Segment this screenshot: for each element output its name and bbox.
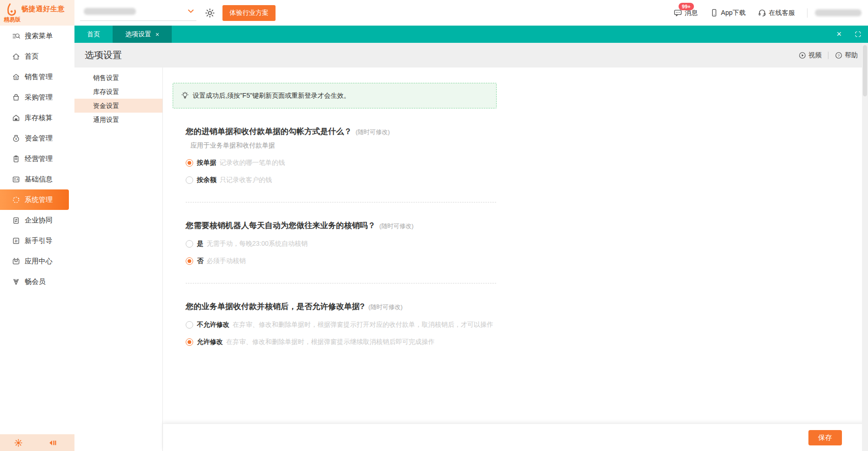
sidebar-item-newbie[interactable]: 新 新手引导: [0, 230, 74, 251]
home-icon: [12, 52, 20, 61]
sidebar-item-label: 资金管理: [25, 134, 53, 143]
sidebar-item-label: 畅会员: [25, 277, 46, 286]
sidebar-item-label: 库存核算: [25, 114, 53, 122]
svg-text:A: A: [16, 178, 19, 181]
svg-text:新: 新: [14, 239, 18, 242]
settings-gear-icon[interactable]: [14, 438, 23, 447]
question-subtitle: 应用于业务单据和收付款单据: [190, 141, 868, 150]
messages-badge: 99+: [679, 3, 694, 10]
experience-plan-button[interactable]: 体验行业方案: [222, 5, 276, 21]
logo-area: 畅捷通好生意 精易版: [0, 0, 74, 26]
sidebar-item-label: 搜索菜单: [25, 32, 53, 40]
subnav-item-general-settings[interactable]: 通用设置: [74, 113, 162, 127]
sidebar-item-system[interactable]: 系统管理: [0, 189, 69, 210]
sidebar-item-app-center[interactable]: 应用中心: [0, 251, 74, 271]
tab-option-settings[interactable]: 选项设置 ×: [113, 26, 172, 43]
operation-icon: [12, 155, 20, 163]
radio-checked-icon[interactable]: [186, 257, 193, 265]
app-download-button[interactable]: App下载: [710, 8, 746, 17]
question-allow-modify: 您的业务单据收付款并核销后，是否允许修改单据?(随时可修改) 不允许修改 在弃审…: [186, 301, 868, 346]
search-menu-icon: [12, 32, 20, 40]
tab-label: 首页: [87, 30, 100, 39]
tab-label: 选项设置: [125, 30, 151, 39]
sidebar-item-label: 基础信息: [25, 175, 53, 184]
radio-unchecked-icon[interactable]: [186, 240, 193, 248]
question-auto-writeoff: 您需要核销机器人每天自动为您做往来业务的核销吗？(随时可修改) 是 无需手动，每…: [186, 220, 868, 265]
sidebar-item-inventory[interactable]: 库存核算: [0, 108, 74, 128]
help-link[interactable]: ? 帮助: [835, 51, 858, 60]
redacted-company-name: [84, 8, 136, 15]
sidebar-bottom-bar: [0, 434, 74, 451]
brand-logo-icon: [5, 3, 19, 17]
sidebar-item-operation[interactable]: 经营管理: [0, 148, 74, 169]
subnav-item-funds-settings[interactable]: 资金设置: [74, 99, 162, 113]
radio-option-by-document[interactable]: 按单据 记录收的哪一笔单的钱: [186, 159, 868, 167]
radio-option-by-balance[interactable]: 按余额 只记录收客户的钱: [186, 176, 868, 184]
brand-name: 畅捷通好生意: [21, 5, 65, 13]
app-download-label: App下载: [721, 9, 746, 17]
content-area: 销售设置 库存设置 资金设置 通用设置 设置成功后,须按"F5"键刷新页面或重新…: [74, 67, 868, 451]
topbar-divider: [807, 8, 807, 18]
tab-home[interactable]: 首页: [74, 26, 113, 43]
panel-footer: 保存: [163, 424, 868, 451]
help-question-icon: ?: [835, 52, 842, 59]
sidebar-item-label: 新手引导: [25, 236, 53, 245]
app-window: 畅捷通好生意 精易版 搜索菜单 首页 $ 销售管理 采购管理: [0, 0, 868, 451]
save-button[interactable]: 保存: [808, 430, 842, 445]
sidebar-menu: 搜索菜单 首页 $ 销售管理 采购管理 库存核算 ¥ 资金管理: [0, 26, 74, 434]
question-note: (随时可修改): [356, 128, 390, 135]
newbie-icon: 新: [12, 236, 20, 245]
sidebar-item-member[interactable]: 畅会员: [0, 271, 74, 292]
question-title: 您的进销单据和收付款单据的勾帐方式是什么？(随时可修改): [186, 126, 868, 137]
sidebar-item-collaboration[interactable]: 企业协同: [0, 210, 74, 230]
header-separator: [828, 52, 828, 59]
collapse-sidebar-icon[interactable]: [48, 438, 57, 447]
sidebar-item-search-menu[interactable]: 搜索菜单: [0, 26, 74, 46]
help-label: 帮助: [845, 51, 858, 60]
radio-checked-icon[interactable]: [186, 338, 193, 346]
scrollbar-thumb[interactable]: [863, 45, 867, 96]
online-service-label: 在线客服: [769, 9, 795, 17]
sidebar-item-label: 采购管理: [25, 93, 53, 102]
radio-checked-icon[interactable]: [186, 159, 193, 167]
gear-icon[interactable]: [205, 8, 215, 18]
radio-option-no[interactable]: 否 必须手动核销: [186, 257, 868, 265]
scrollbar-track[interactable]: [862, 43, 868, 451]
radio-option-yes[interactable]: 是 无需手动，每晚23:00系统自动核销: [186, 240, 868, 248]
page-title: 选项设置: [85, 49, 122, 61]
page-header: 选项设置 视频 ? 帮助: [74, 43, 868, 67]
sidebar-item-purchase[interactable]: 采购管理: [0, 87, 74, 108]
purchase-icon: [12, 93, 20, 102]
close-all-tabs-icon[interactable]: ×: [830, 26, 848, 43]
main-column: 体验行业方案 99+ 消息 App下载 在线客服 首页: [74, 0, 868, 451]
radio-option-disallow-modify[interactable]: 不允许修改 在弃审、修改和删除单据时，根据弹窗提示打开对应的收付款单，取消核销后…: [186, 321, 868, 329]
redacted-username[interactable]: [815, 9, 861, 16]
subnav-item-sales-settings[interactable]: 销售设置: [74, 71, 162, 85]
sidebar-item-home[interactable]: 首页: [0, 46, 74, 67]
company-select[interactable]: [80, 5, 196, 21]
subnav-item-inventory-settings[interactable]: 库存设置: [74, 85, 162, 99]
brand-edition: 精易版: [4, 16, 20, 24]
inventory-icon: [12, 114, 20, 122]
radio-option-allow-modify[interactable]: 允许修改 在弃审、修改和删除单据时，根据弹窗提示继续取消核销后即可完成操作: [186, 338, 868, 346]
sidebar-item-label: 首页: [25, 52, 39, 61]
sidebar-item-basic-info[interactable]: A 基础信息: [0, 169, 74, 189]
sidebar-item-label: 经营管理: [25, 155, 53, 163]
messages-button[interactable]: 99+ 消息: [673, 8, 698, 17]
fullscreen-icon[interactable]: [848, 26, 868, 43]
video-label: 视频: [808, 51, 821, 60]
app-center-icon: [12, 257, 20, 266]
sidebar-item-funds[interactable]: ¥ 资金管理: [0, 128, 74, 148]
radio-unchecked-icon[interactable]: [186, 321, 193, 329]
radio-unchecked-icon[interactable]: [186, 176, 193, 184]
question-title: 您的业务单据收付款并核销后，是否允许修改单据?(随时可修改): [186, 301, 868, 312]
topbar: 体验行业方案 99+ 消息 App下载 在线客服: [74, 0, 868, 26]
sidebar-item-sales[interactable]: $ 销售管理: [0, 67, 74, 87]
phone-icon: [710, 8, 719, 17]
sales-icon: $: [12, 73, 20, 81]
online-service-button[interactable]: 在线客服: [758, 8, 795, 17]
video-link[interactable]: 视频: [799, 51, 821, 60]
svg-text:?: ?: [838, 53, 840, 57]
tab-close-icon[interactable]: ×: [155, 31, 159, 38]
basic-info-icon: A: [12, 175, 20, 184]
